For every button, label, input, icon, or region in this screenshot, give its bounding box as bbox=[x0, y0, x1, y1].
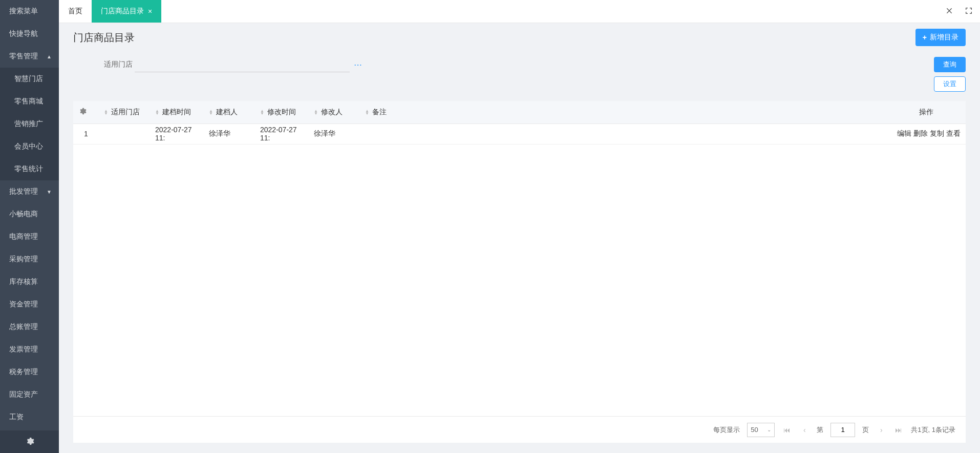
ellipsis-icon: ⋯ bbox=[354, 60, 363, 69]
sidebar-item-marketing[interactable]: 营销推广 bbox=[0, 113, 59, 135]
sidebar-item-smart-store[interactable]: 智慧门店 bbox=[0, 68, 59, 90]
sidebar-item-invoice[interactable]: 发票管理 bbox=[0, 338, 59, 361]
th-creator[interactable]: ▲▼建档人 bbox=[204, 101, 255, 123]
cell-modifier: 徐泽华 bbox=[309, 123, 360, 144]
close-all-button[interactable] bbox=[942, 4, 956, 18]
sidebar-item-retail-mgmt[interactable]: 零售管理▲ bbox=[0, 45, 59, 68]
sidebar-item-wholesale[interactable]: 批发管理▼ bbox=[0, 180, 59, 203]
close-icon bbox=[945, 7, 953, 16]
catalog-table: ▲▼适用门店 ▲▼建档时间 ▲▼建档人 ▲▼修改时间 ▲▼修改人 ▲▼备注 操作… bbox=[73, 101, 966, 145]
sidebar-settings-button[interactable] bbox=[0, 430, 59, 453]
main-content: 首页 门店商品目录 × 门店商品目录 + 新增目录 bbox=[59, 0, 980, 453]
column-config-button[interactable] bbox=[73, 101, 99, 123]
sort-icon: ▲▼ bbox=[155, 110, 159, 115]
cell-operations: 编辑 删除 复制 查看 bbox=[886, 123, 966, 144]
sidebar: 搜索菜单 快捷导航 零售管理▲ 智慧门店 零售商城 营销推广 会员中心 零售统计… bbox=[0, 0, 59, 453]
first-page-button[interactable]: ⏮ bbox=[782, 426, 792, 434]
sort-icon: ▲▼ bbox=[209, 110, 213, 115]
sidebar-item-inventory[interactable]: 库存核算 bbox=[0, 271, 59, 293]
sidebar-item-tax[interactable]: 税务管理 bbox=[0, 361, 59, 383]
add-catalog-button[interactable]: + 新增目录 bbox=[915, 29, 966, 46]
table-panel: ▲▼适用门店 ▲▼建档时间 ▲▼建档人 ▲▼修改时间 ▲▼修改人 ▲▼备注 操作… bbox=[73, 101, 966, 443]
prev-page-button[interactable]: ‹ bbox=[799, 426, 809, 434]
page-title: 门店商品目录 bbox=[73, 31, 135, 45]
filter-label-store: 适用门店 bbox=[104, 60, 135, 69]
lookup-button[interactable]: ⋯ bbox=[354, 60, 363, 70]
plus-icon: + bbox=[923, 33, 927, 42]
tab-home[interactable]: 首页 bbox=[59, 0, 92, 23]
sidebar-item-purchase[interactable]: 采购管理 bbox=[0, 248, 59, 271]
sidebar-item-search-menu[interactable]: 搜索菜单 bbox=[0, 0, 59, 23]
th-modify-time[interactable]: ▲▼修改时间 bbox=[255, 101, 309, 123]
gear-icon bbox=[78, 109, 87, 117]
th-create-time[interactable]: ▲▼建档时间 bbox=[150, 101, 204, 123]
per-page-select[interactable]: 50 ⌄ bbox=[747, 423, 775, 437]
sort-icon: ▲▼ bbox=[104, 110, 108, 115]
gear-icon bbox=[25, 437, 34, 447]
th-operation: 操作 bbox=[886, 101, 966, 123]
last-page-button[interactable]: ⏭ bbox=[893, 426, 904, 434]
tab-store-catalog[interactable]: 门店商品目录 × bbox=[92, 0, 161, 23]
cell-remark bbox=[360, 123, 886, 144]
sidebar-item-funds[interactable]: 资金管理 bbox=[0, 293, 59, 316]
sidebar-item-retail-mall[interactable]: 零售商城 bbox=[0, 90, 59, 113]
sidebar-item-quick-nav[interactable]: 快捷导航 bbox=[0, 23, 59, 45]
page-suffix: 页 bbox=[862, 425, 869, 435]
page-header: 门店商品目录 + 新增目录 bbox=[59, 23, 980, 52]
fullscreen-icon bbox=[965, 7, 973, 16]
sidebar-item-ecommerce[interactable]: 电商管理 bbox=[0, 225, 59, 248]
sidebar-item-fixed-assets[interactable]: 固定资产 bbox=[0, 383, 59, 406]
cell-creator: 徐泽华 bbox=[204, 123, 255, 144]
fullscreen-button[interactable] bbox=[962, 4, 976, 18]
sidebar-item-ledger[interactable]: 总账管理 bbox=[0, 316, 59, 338]
sort-icon: ▲▼ bbox=[365, 110, 369, 115]
th-modifier[interactable]: ▲▼修改人 bbox=[309, 101, 360, 123]
filter-bar: 适用门店 ⋯ 查询 设置 bbox=[59, 52, 980, 101]
cell-seq: 1 bbox=[73, 123, 99, 144]
op-copy-link[interactable]: 复制 bbox=[930, 129, 944, 138]
sort-icon: ▲▼ bbox=[314, 110, 318, 115]
pagination: 每页显示 50 ⌄ ⏮ ‹ 第 页 › ⏭ 共1页, 1条记录 bbox=[73, 416, 966, 443]
cell-create-time: 2022-07-27 11: bbox=[150, 123, 204, 144]
sidebar-item-xiaochang[interactable]: 小畅电商 bbox=[0, 203, 59, 225]
sidebar-item-retail-stats[interactable]: 零售统计 bbox=[0, 158, 59, 180]
tab-bar: 首页 门店商品目录 × bbox=[59, 0, 980, 23]
sort-icon: ▲▼ bbox=[260, 110, 264, 115]
table-row[interactable]: 1 2022-07-27 11: 徐泽华 2022-07-27 11: 徐泽华 … bbox=[73, 123, 966, 144]
op-delete-link[interactable]: 删除 bbox=[913, 129, 928, 138]
op-edit-link[interactable]: 编辑 bbox=[897, 129, 911, 138]
th-store[interactable]: ▲▼适用门店 bbox=[99, 101, 150, 123]
page-summary: 共1页, 1条记录 bbox=[911, 425, 955, 435]
per-page-label: 每页显示 bbox=[713, 425, 740, 435]
op-view-link[interactable]: 查看 bbox=[946, 129, 961, 138]
page-input[interactable] bbox=[830, 423, 855, 437]
cell-store bbox=[99, 123, 150, 144]
chevron-down-icon: ⌄ bbox=[767, 427, 771, 433]
triangle-up-icon: ▲ bbox=[47, 54, 52, 59]
settings-button[interactable]: 设置 bbox=[934, 76, 966, 92]
page-prefix: 第 bbox=[817, 425, 823, 435]
search-button[interactable]: 查询 bbox=[934, 57, 966, 72]
next-page-button[interactable]: › bbox=[876, 426, 886, 434]
sidebar-item-salary[interactable]: 工资 bbox=[0, 406, 59, 428]
sidebar-item-member-center[interactable]: 会员中心 bbox=[0, 135, 59, 158]
triangle-down-icon: ▼ bbox=[47, 189, 52, 195]
close-icon[interactable]: × bbox=[148, 8, 152, 15]
filter-input-store[interactable] bbox=[135, 57, 350, 72]
th-remark[interactable]: ▲▼备注 bbox=[360, 101, 886, 123]
cell-modify-time: 2022-07-27 11: bbox=[255, 123, 309, 144]
